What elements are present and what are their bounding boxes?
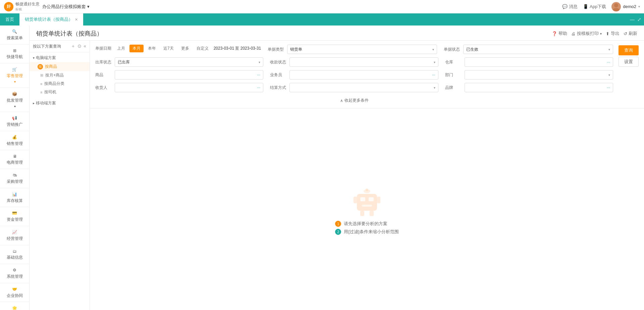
page-title: 销货单统计表（按商品） bbox=[36, 30, 103, 38]
bill-status-select[interactable]: 已生效 ▾ bbox=[463, 45, 613, 54]
message-icon: 💬 bbox=[562, 4, 568, 9]
ecommerce-icon: 🖥 bbox=[13, 154, 17, 159]
sidebar-item-quick-nav[interactable]: ⊞ 快捷导航 bbox=[0, 45, 29, 64]
recipient-select[interactable]: ··· bbox=[115, 83, 263, 92]
top-header: 好 畅捷通好生意 标账 办公用品行业模拟账套 ▾ 💬 消息 📱 App下载 de… bbox=[0, 0, 644, 13]
date-pills: 上月 本月 本年 近7天 更多 自定义 bbox=[114, 45, 212, 52]
salesperson-select[interactable]: ··· bbox=[289, 70, 438, 80]
sidebar-item-basic[interactable]: 🗂 基础信息 bbox=[0, 245, 29, 264]
scheme-panel: 按以下方案查询 ＋ ⊙ « ▾ 电脑端方案 按 按商品 bbox=[30, 41, 90, 310]
filters-side: 查询 设置 bbox=[613, 45, 639, 104]
warehouse-select[interactable]: ··· bbox=[465, 57, 613, 67]
ellipsis-icon[interactable]: ··· bbox=[432, 72, 435, 77]
pc-section-header[interactable]: ▾ 电脑端方案 bbox=[30, 54, 90, 62]
search-icon: 🔍 bbox=[12, 29, 17, 35]
tab-maximize-icon[interactable]: ⤢ bbox=[637, 17, 641, 22]
sidebar-item-guide[interactable]: 🌟 新手引导 bbox=[0, 302, 29, 310]
ellipsis-icon[interactable]: ··· bbox=[257, 72, 260, 77]
date-pill-7days[interactable]: 近7天 bbox=[160, 45, 177, 52]
svg-rect-5 bbox=[362, 205, 372, 207]
app-selector[interactable]: 办公用品行业模拟账套 ▾ bbox=[42, 4, 90, 10]
scheme-panel-header: 按以下方案查询 ＋ ⊙ « bbox=[30, 41, 90, 52]
sidebar-item-system[interactable]: ⚙ 系统管理 bbox=[0, 264, 29, 283]
mobile-section-header[interactable]: ▸ 移动端方案 bbox=[30, 99, 90, 107]
refresh-button[interactable]: ↺ 刷新 bbox=[624, 31, 637, 37]
marketing-icon: 📢 bbox=[12, 115, 17, 121]
print-icon: 🖨 bbox=[571, 31, 576, 36]
filters-container: 单据日期 上月 本月 本年 近7天 更多 自定义 bbox=[95, 45, 639, 104]
sidebar-item-wholesale[interactable]: 📦 批发管理 ▴ bbox=[0, 88, 29, 112]
step-1-num: 1 bbox=[335, 221, 341, 227]
message-button[interactable]: 💬 消息 bbox=[562, 4, 578, 10]
content-area: 销货单统计表（按商品） ❓ 帮助 🖨 按模板打印 ▾ ⬆ 导出 ↺ 刷新 bbox=[30, 25, 644, 310]
sidebar-item-ecommerce[interactable]: 🖥 电商管理 bbox=[0, 150, 29, 169]
svg-rect-4 bbox=[369, 197, 374, 201]
settings-button[interactable]: 设置 bbox=[619, 57, 639, 67]
empty-state: 1 请先选择要分析的方案 2 用[过滤]条件来缩小分析范围 bbox=[90, 108, 644, 310]
guide-icon: 🌟 bbox=[12, 305, 17, 310]
tab-bar-actions: — ⤢ bbox=[630, 17, 644, 22]
sidebar-item-purchase[interactable]: 🛍 采购管理 bbox=[0, 169, 29, 188]
list-icon: ≡ bbox=[40, 82, 42, 86]
filter-area: 单据日期 上月 本月 本年 近7天 更多 自定义 bbox=[90, 41, 644, 108]
cashier-icon: ≡ bbox=[40, 90, 42, 94]
sidebar-item-marketing[interactable]: 📢 营销推广 bbox=[0, 112, 29, 131]
add-scheme-icon[interactable]: ＋ bbox=[71, 43, 75, 49]
tab-home[interactable]: 首页 bbox=[0, 13, 19, 25]
refresh-icon: ↺ bbox=[624, 31, 627, 36]
header-left: 好 畅捷通好生意 标账 办公用品行业模拟账套 ▾ bbox=[4, 1, 90, 12]
tree-item-by-cashier[interactable]: ≡ 按司机 bbox=[30, 88, 90, 96]
tree-collapse-icon: ▸ bbox=[33, 101, 35, 105]
ellipsis-icon[interactable]: ··· bbox=[607, 85, 610, 90]
user-area[interactable]: demo2 ▾ bbox=[611, 2, 640, 11]
receipt-status-select[interactable]: ▾ bbox=[289, 57, 438, 67]
ellipsis-icon[interactable]: ··· bbox=[257, 85, 260, 90]
date-pill-this-month[interactable]: 本月 bbox=[129, 45, 144, 52]
help-icon: ❓ bbox=[552, 31, 557, 36]
chevron-down-icon: ▾ bbox=[434, 60, 435, 64]
receipt-status-group: 收款状态 ▾ bbox=[270, 57, 438, 67]
app-download-button[interactable]: 📱 App下载 bbox=[583, 4, 606, 10]
tab-minimize-icon[interactable]: — bbox=[630, 17, 635, 22]
chevron-down-icon: ▾ bbox=[608, 48, 610, 51]
sidebar-item-finance[interactable]: 💳 资金管理 bbox=[0, 207, 29, 226]
download-icon: 📱 bbox=[583, 4, 588, 9]
page-header: 销货单统计表（按商品） ❓ 帮助 🖨 按模板打印 ▾ ⬆ 导出 ↺ 刷新 bbox=[30, 25, 644, 41]
help-button[interactable]: ❓ 帮助 bbox=[552, 31, 567, 37]
date-pill-more[interactable]: 更多 bbox=[178, 45, 192, 52]
finance-icon: 💳 bbox=[12, 210, 17, 216]
collapse-more-button[interactable]: ∧ 收起更多条件 bbox=[95, 96, 613, 104]
sidebar-item-retail[interactable]: 🛒 零售管理 ▾ bbox=[0, 63, 29, 88]
tree-item-by-product[interactable]: 按 按商品 bbox=[30, 62, 90, 71]
retail-icon: 🛒 bbox=[12, 67, 17, 72]
date-filter-group: 单据日期 上月 本月 本年 近7天 更多 自定义 bbox=[95, 45, 261, 52]
sidebar-item-sales[interactable]: 💰 销售管理 bbox=[0, 131, 29, 150]
date-pill-last-month[interactable]: 上月 bbox=[114, 45, 128, 52]
tab-sales-stat[interactable]: 销货单统计表（按商品） ✕ bbox=[19, 13, 83, 25]
sidebar-item-operations[interactable]: 📈 经营管理 bbox=[0, 226, 29, 245]
print-button[interactable]: 🖨 按模板打印 ▾ bbox=[571, 31, 602, 37]
tab-close-icon[interactable]: ✕ bbox=[75, 17, 78, 22]
date-pill-this-year[interactable]: 本年 bbox=[145, 45, 159, 52]
chevron-down-icon: ▾ bbox=[638, 5, 640, 8]
date-pill-custom[interactable]: 自定义 bbox=[194, 45, 212, 52]
collapse-scheme-icon[interactable]: « bbox=[84, 43, 86, 49]
bill-type-select[interactable]: 销货单 ▾ bbox=[287, 45, 437, 54]
ellipsis-icon[interactable]: ··· bbox=[607, 60, 610, 64]
sidebar-item-inventory[interactable]: 📊 库存核算 bbox=[0, 188, 29, 207]
tree-item-by-product-category[interactable]: ≡ 按商品分类 bbox=[30, 80, 90, 88]
payment-method-select[interactable]: ▾ bbox=[289, 83, 438, 92]
chevron-down-icon: ▾ bbox=[608, 73, 610, 77]
warehouse-status-select[interactable]: 已出库 ▾ bbox=[115, 57, 263, 67]
sidebar-item-search[interactable]: 🔍 搜索菜单 bbox=[0, 25, 29, 45]
sidebar-item-enterprise[interactable]: 🤝 企业协同 bbox=[0, 283, 29, 302]
brand-select[interactable]: ··· bbox=[465, 83, 613, 92]
export-button[interactable]: ⬆ 导出 bbox=[606, 31, 620, 37]
settings-scheme-icon[interactable]: ⊙ bbox=[77, 43, 82, 49]
wholesale-icon: 📦 bbox=[12, 91, 17, 97]
query-button[interactable]: 查询 bbox=[619, 45, 639, 55]
department-select[interactable]: ▾ bbox=[465, 70, 613, 80]
chevron-down-icon: ▾ bbox=[434, 86, 435, 90]
tree-item-by-month-product[interactable]: ⊞ 按月+商品 bbox=[30, 71, 90, 80]
product-select[interactable]: ··· bbox=[115, 70, 263, 80]
